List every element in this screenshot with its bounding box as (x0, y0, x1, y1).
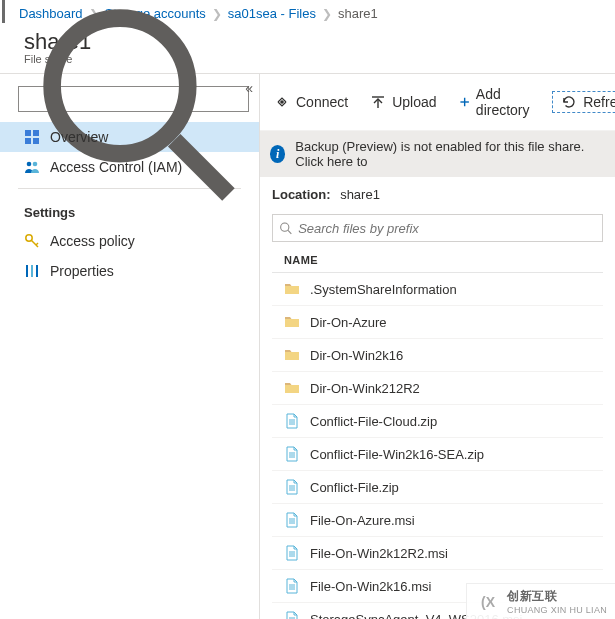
svg-rect-4 (25, 138, 31, 144)
folder-row[interactable]: .SystemShareInformation (272, 273, 603, 306)
svg-line-1 (174, 140, 228, 194)
main-content: Connect Upload Add directory Refresh i B… (260, 74, 615, 619)
files-grid: NAME .SystemShareInformationDir-On-Azure… (260, 246, 615, 619)
backup-notice[interactable]: i Backup (Preview) is not enabled for th… (260, 131, 615, 177)
watermark-line2: CHUANG XIN HU LIAN (507, 605, 607, 615)
chevron-right-icon: ❯ (322, 7, 332, 21)
collapse-sidebar-icon[interactable]: « (245, 80, 251, 96)
folder-icon (284, 314, 300, 330)
sidebar-item-label: Properties (50, 263, 114, 279)
svg-rect-13 (36, 265, 38, 277)
upload-label: Upload (392, 94, 436, 110)
location-value: share1 (340, 187, 380, 202)
file-icon (284, 611, 300, 619)
connect-label: Connect (296, 94, 348, 110)
location-field: Location: share1 (260, 177, 615, 206)
file-name: Dir-On-Win2k16 (310, 348, 403, 363)
svg-line-20 (288, 230, 291, 233)
file-name: Dir-On-Wink212R2 (310, 381, 420, 396)
file-name: Conflict-File-Cloud.zip (310, 414, 437, 429)
refresh-button[interactable]: Refresh (552, 91, 615, 113)
file-icon (284, 512, 300, 528)
upload-button[interactable]: Upload (366, 92, 440, 112)
file-name: Dir-On-Azure (310, 315, 387, 330)
watermark-line1: 创新互联 (507, 588, 607, 605)
svg-point-14 (280, 100, 284, 104)
add-directory-label: Add directory (476, 86, 534, 118)
file-row[interactable]: Conflict-File-Cloud.zip (272, 405, 603, 438)
svg-point-19 (281, 223, 289, 231)
location-label: Location: (272, 187, 331, 202)
add-directory-button[interactable]: Add directory (455, 84, 539, 120)
file-row[interactable]: File-On-Azure.msi (272, 504, 603, 537)
svg-line-10 (36, 243, 38, 245)
column-header-name[interactable]: NAME (272, 246, 603, 273)
file-name: Conflict-File-Win2k16-SEA.zip (310, 447, 484, 462)
svg-rect-12 (31, 265, 33, 277)
sidebar-search[interactable] (18, 86, 249, 112)
backup-notice-text: Backup (Preview) is not enabled for this… (295, 139, 605, 169)
file-icon (284, 446, 300, 462)
svg-rect-11 (26, 265, 28, 277)
connect-icon (274, 94, 290, 110)
file-icon (284, 545, 300, 561)
sidebar: « Overview Access Control (IAM) Settings… (0, 74, 260, 619)
file-icon (284, 413, 300, 429)
sidebar-item-label: Overview (50, 129, 108, 145)
watermark-logo-icon: (X (475, 589, 501, 615)
file-name: .SystemShareInformation (310, 282, 457, 297)
sidebar-item-properties[interactable]: Properties (0, 256, 259, 286)
svg-point-7 (33, 162, 38, 167)
file-icon (284, 578, 300, 594)
file-name: Conflict-File.zip (310, 480, 399, 495)
sidebar-item-access-policy[interactable]: Access policy (0, 226, 259, 256)
svg-rect-3 (33, 130, 39, 136)
file-search[interactable] (272, 214, 603, 242)
svg-rect-2 (25, 130, 31, 136)
file-icon (284, 479, 300, 495)
svg-point-8 (26, 235, 32, 241)
key-icon (24, 233, 40, 249)
info-icon: i (270, 145, 285, 163)
search-icon (279, 221, 292, 235)
people-icon (24, 159, 40, 175)
folder-row[interactable]: Dir-On-Win2k16 (272, 339, 603, 372)
upload-icon (370, 94, 386, 110)
svg-point-6 (27, 162, 32, 167)
sidebar-item-label: Access policy (50, 233, 135, 249)
overview-icon (24, 129, 40, 145)
refresh-icon (561, 94, 577, 110)
sidebar-item-label: Access Control (IAM) (50, 159, 182, 175)
toolbar: Connect Upload Add directory Refresh (260, 74, 615, 131)
search-icon (25, 0, 242, 208)
folder-row[interactable]: Dir-On-Wink212R2 (272, 372, 603, 405)
folder-row[interactable]: Dir-On-Azure (272, 306, 603, 339)
file-name: File-On-Win2k16.msi (310, 579, 431, 594)
file-row[interactable]: Conflict-File.zip (272, 471, 603, 504)
connect-button[interactable]: Connect (270, 92, 352, 112)
file-row[interactable]: Conflict-File-Win2k16-SEA.zip (272, 438, 603, 471)
refresh-label: Refresh (583, 94, 615, 110)
watermark: (X 创新互联 CHUANG XIN HU LIAN (466, 583, 615, 619)
file-search-input[interactable] (298, 221, 596, 236)
folder-icon (284, 347, 300, 363)
file-name: File-On-Win2k12R2.msi (310, 546, 448, 561)
folder-icon (284, 281, 300, 297)
breadcrumb-share1: share1 (338, 6, 378, 21)
file-row[interactable]: File-On-Win2k12R2.msi (272, 537, 603, 570)
properties-icon (24, 263, 40, 279)
plus-icon (459, 94, 470, 110)
folder-icon (284, 380, 300, 396)
file-name: File-On-Azure.msi (310, 513, 415, 528)
svg-rect-5 (33, 138, 39, 144)
